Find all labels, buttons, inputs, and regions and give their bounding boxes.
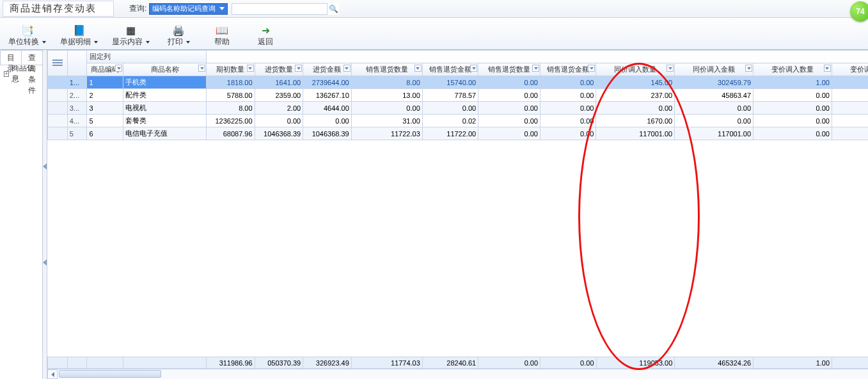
cell[interactable]: 0.00 [596,102,675,115]
cell[interactable]: 2... [67,89,87,102]
cell[interactable]: 11722.00 [422,127,478,140]
cell[interactable]: 0.00 [754,127,832,140]
cell[interactable]: 5 [87,115,123,127]
col-code[interactable]: 商品编码 [87,63,123,76]
col-same-in-amt[interactable]: 同价调入金额 [675,63,754,76]
cell[interactable]: 117001.00 [675,127,754,140]
cell[interactable]: 15740.00 [422,76,478,89]
cell[interactable]: 1641.00 [255,76,303,89]
cell[interactable] [48,102,68,115]
cell[interactable]: 237.00 [596,89,675,102]
horizontal-scrollbar[interactable] [47,369,868,379]
cell[interactable]: 136267.10 [303,89,352,102]
cell[interactable]: 0.00 [255,115,303,127]
cell[interactable] [48,89,68,102]
cell[interactable]: 0.00 [422,102,478,115]
expand-icon[interactable]: + [4,71,9,77]
cell[interactable]: 0.00 [832,127,868,140]
cell[interactable]: 配件类 [123,89,207,102]
unit-convert-button[interactable]: 📑 单位转换 [5,22,49,49]
tree-view[interactable]: + 商品信息 [0,65,42,379]
cell[interactable]: 0.00 [832,102,868,115]
cell[interactable] [48,115,68,127]
table-row[interactable]: 1...1手机类1818.001641.002739644.008.001574… [48,76,869,89]
cell[interactable]: 2359.00 [255,89,303,102]
cell[interactable]: 0.00 [478,127,541,140]
col-return-amt[interactable]: 销售退货金额 [422,63,478,76]
table-row[interactable]: 3...3电视机8.002.004644.000.000.000.000.000… [48,102,869,115]
cell[interactable]: 0.00 [478,76,541,89]
show-content-button[interactable]: ▦ 显示内容 [109,22,153,49]
detail-button[interactable]: 📘 单据明细 [57,22,101,49]
cell[interactable]: 2 [87,89,123,102]
cell[interactable]: 4644.00 [303,102,352,115]
col-name[interactable]: 商品名称 [123,63,207,76]
cell[interactable]: 0.00 [541,115,596,127]
cell[interactable]: 1... [67,76,87,89]
query-input[interactable] [232,3,327,15]
tab-catalog[interactable]: 目录 [0,50,22,65]
col-return2-qty[interactable]: 销售退货数量 [478,63,541,76]
data-grid[interactable]: 固定列 商品编码 商品名称 期初数量 进货数量 进货金额 销售退货数量 销售退货… [47,50,868,140]
cell[interactable]: 2299.00 [832,76,868,89]
cell[interactable]: 0.00 [754,102,832,115]
status-badge[interactable]: 74 [850,1,868,22]
cell[interactable]: 8.00 [207,102,255,115]
col-diff-in-amt[interactable]: 变价调入金额 [832,63,868,76]
help-button[interactable]: 📖 帮助 [204,22,240,49]
scroll-left-button[interactable] [47,369,58,379]
col-same-in-qty[interactable]: 同价调入数量 [596,63,675,76]
cell[interactable]: 电视机 [123,102,207,115]
cell[interactable]: 1670.00 [596,115,675,127]
cell[interactable]: 0.00 [541,89,596,102]
cell[interactable]: 0.00 [541,76,596,89]
cell[interactable]: 0.00 [754,89,832,102]
filter-icon[interactable] [414,65,422,72]
cell[interactable]: 31.00 [351,115,422,127]
cell[interactable]: 5 [67,127,87,140]
cell[interactable]: 1 [87,76,123,89]
col-return-qty[interactable]: 销售退货数量 [351,63,422,76]
splitter[interactable] [43,50,47,379]
cell[interactable]: 2739644.00 [303,76,352,89]
cell[interactable]: 778.57 [422,89,478,102]
cell[interactable]: 1818.00 [207,76,255,89]
tab-query-condition[interactable]: 查询条件 [21,50,43,65]
cell[interactable] [48,76,68,89]
cell[interactable]: 1046368.39 [303,127,352,140]
col-return2-amt[interactable]: 销售退货金额 [541,63,596,76]
filter-icon[interactable] [115,65,122,72]
cell[interactable]: 0.02 [422,115,478,127]
cell[interactable]: 套餐类 [123,115,207,127]
back-button[interactable]: ➜ 返回 [248,22,283,49]
cell[interactable]: 4... [67,115,87,127]
cell[interactable]: 11722.03 [351,127,422,140]
table-row[interactable]: 56电信电子充值68087.961046368.391046368.391172… [48,127,869,140]
cell[interactable]: 1046368.39 [255,127,303,140]
cell[interactable]: 13.00 [351,89,422,102]
cell[interactable]: 0.00 [541,127,596,140]
filter-icon[interactable] [532,65,539,72]
cell[interactable] [48,127,68,140]
filter-icon[interactable] [824,65,831,72]
cell[interactable]: 0.00 [351,102,422,115]
cell[interactable]: 0.00 [832,89,868,102]
cell[interactable]: 8.00 [351,76,422,89]
filter-icon[interactable] [745,65,752,72]
cell[interactable]: 0.00 [541,102,596,115]
rownum-header[interactable] [67,51,87,76]
cell[interactable]: 6 [87,127,123,140]
query-mode-select[interactable]: 编码名称助记码查询 [149,3,228,15]
col-diff-in-qty[interactable]: 变价调入数量 [754,63,832,76]
cell[interactable]: 117001.00 [596,127,675,140]
cell[interactable]: 电信电子充值 [123,127,207,140]
col-jinhuo-amt[interactable]: 进货金额 [303,63,352,76]
cell[interactable]: 145.00 [596,76,675,89]
cell[interactable]: 1236225.00 [207,115,255,127]
cell[interactable]: 手机类 [123,76,207,89]
cell[interactable]: 0.00 [754,115,832,127]
cell[interactable]: 0.00 [303,115,352,127]
filter-icon[interactable] [198,65,205,72]
cell[interactable]: 68087.96 [207,127,255,140]
filter-icon[interactable] [295,65,302,72]
